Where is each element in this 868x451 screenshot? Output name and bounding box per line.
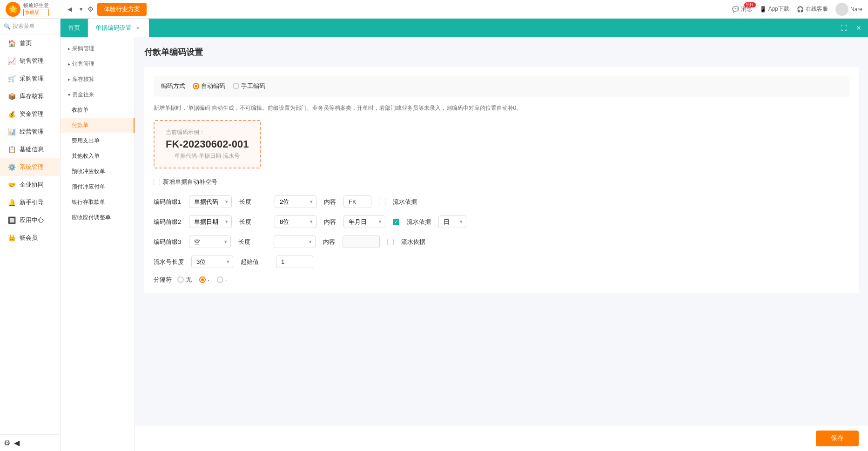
online-service-item[interactable]: 🎧 在线客服 <box>797 5 828 13</box>
user-info[interactable]: Nare <box>835 3 862 16</box>
sidebar-label: 资金管理 <box>20 110 44 118</box>
page-title: 付款单编码设置 <box>144 47 859 58</box>
sec-sidebar-item-费用支出单[interactable]: 费用支出单 <box>61 133 135 148</box>
sec-sidebar-item-预收冲应收单[interactable]: 预收冲应收单 <box>61 164 135 179</box>
sec-sidebar-item-付款单[interactable]: 付款单 <box>61 118 135 133</box>
sidebar-label: 应用中心 <box>20 216 44 224</box>
prefix-2-select-wrapper: 单据日期 <box>189 215 232 228</box>
manual-encode-radio[interactable] <box>233 83 239 89</box>
brand-logo: 🌟 <box>6 2 20 17</box>
sidebar-label: 经营管理 <box>20 128 44 136</box>
stream-2-checkbox[interactable]: ✓ <box>393 219 399 225</box>
nav-arrow-prev[interactable]: ◀ <box>65 5 74 14</box>
search-icon: 🔍 <box>4 23 11 30</box>
top-bar-left: 🌟 畅通好生意 旗舰版 ◀ ▾ ⚙ 体验行业方案 <box>6 1 728 18</box>
content-1-input[interactable] <box>343 195 371 208</box>
stream-3-checkbox[interactable] <box>387 239 394 245</box>
nav-arrow-next[interactable]: ▾ <box>76 5 86 14</box>
content-2-select-wrapper: 年月日 <box>343 215 385 228</box>
auto-encode-radio[interactable] <box>193 83 199 89</box>
sidebar-item-系统管理[interactable]: ⚙️系统管理 <box>0 158 60 176</box>
sec-group-title-库存核算[interactable]: ▸库存核算 <box>61 72 135 87</box>
start-value-input[interactable] <box>276 256 313 268</box>
sidebar-item-应用中心[interactable]: 🔲应用中心 <box>0 211 60 229</box>
prefix-1-select[interactable]: 单据代码 <box>189 195 232 208</box>
stream-unit-select[interactable]: 日 <box>438 215 466 228</box>
sec-sidebar-item-应收应付调整单[interactable]: 应收应付调整单 <box>61 210 135 225</box>
prefix-row-3: 编码前缀3 空 长度 <box>154 236 849 248</box>
settings-card: 编码方式 自动编码 手工编码 <box>144 67 859 293</box>
prefix-row-1: 编码前缀1 单据代码 长度 2位 <box>154 195 849 208</box>
auto-fill-checkbox[interactable] <box>154 179 160 185</box>
prefix-2-label: 编码前缀2 <box>154 218 182 226</box>
top-bar-right: 💬 消息 99+ 📱 App下载 🎧 在线客服 Nare <box>732 3 862 16</box>
sep-dot1-option[interactable]: · <box>199 276 209 283</box>
app-download-item[interactable]: 📱 App下载 <box>760 5 789 13</box>
main-content: 付款单编码设置 编码方式 自动编码 <box>135 37 868 425</box>
tab-close-icon[interactable]: ✕ <box>135 25 141 31</box>
promo-button[interactable]: 体验行业方案 <box>97 3 147 16</box>
sidebar-icon: 💰 <box>7 110 16 118</box>
gear-icon[interactable]: ⚙ <box>4 438 10 447</box>
sidebar-item-经营管理[interactable]: 📊经营管理 <box>0 123 60 141</box>
message-badge: 99+ <box>744 2 756 7</box>
sep-dot2-option[interactable]: · <box>217 276 227 283</box>
sep-none-radio[interactable] <box>177 276 184 283</box>
sec-group-title-销售管理[interactable]: ▸销售管理 <box>61 56 135 72</box>
sec-group-title-资金往来[interactable]: ▾资金往来 <box>61 87 135 102</box>
sidebar-item-首页[interactable]: 🏠首页 <box>0 34 60 52</box>
tab-首页[interactable]: 首页 <box>61 19 88 37</box>
sep-dot2-radio[interactable] <box>217 276 223 283</box>
sidebar-icon: 📈 <box>7 57 16 65</box>
stream-1-checkbox[interactable] <box>379 199 385 205</box>
brand-tag: 旗舰版 <box>23 9 49 16</box>
content-3-input[interactable] <box>343 236 380 248</box>
maximize-icon[interactable]: ⛶ <box>838 22 849 34</box>
sidebar-item-畅会员[interactable]: 👑畅会员 <box>0 229 60 247</box>
close-icon[interactable]: ✕ <box>853 22 864 34</box>
sidebar-label: 销售管理 <box>20 57 44 65</box>
sep-dot1-radio[interactable] <box>199 276 206 283</box>
length-3-select[interactable] <box>274 236 316 248</box>
prefix-2-select[interactable]: 单据日期 <box>189 215 232 228</box>
settings-icon[interactable]: ⚙ <box>87 5 94 13</box>
tab-bar: 首页单据编码设置✕ ⛶ ✕ <box>61 19 868 37</box>
collapse-icon[interactable]: ◀ <box>14 438 20 447</box>
sec-group-资金往来: ▾资金往来收款单付款单费用支出单其他收入单预收冲应收单预付冲应付单银行存取款单应… <box>61 87 135 225</box>
prefix-3-select[interactable]: 空 <box>189 236 231 248</box>
length-1-select[interactable]: 2位 <box>275 195 316 208</box>
sidebar-item-企业协同[interactable]: 🤝企业协同 <box>0 176 60 194</box>
tab-label: 单据编码设置 <box>95 24 132 32</box>
sidebar-bottom: ⚙ ◀ <box>0 434 60 451</box>
sec-sidebar-item-银行存取款单[interactable]: 银行存取款单 <box>61 195 135 210</box>
sec-sidebar-item-其他收入单[interactable]: 其他收入单 <box>61 148 135 164</box>
sidebar-item-基础信息[interactable]: 📋基础信息 <box>0 141 60 158</box>
content-2-select[interactable]: 年月日 <box>343 215 385 228</box>
auto-encode-option[interactable]: 自动编码 <box>193 82 225 90</box>
prefix-3-select-wrapper: 空 <box>189 236 231 248</box>
save-button[interactable]: 保存 <box>816 431 859 446</box>
sidebar-item-新手引导[interactable]: 🔔新手引导 <box>0 194 60 211</box>
sidebar-search[interactable]: 🔍 搜索菜单 <box>0 19 60 34</box>
message-icon: 💬 <box>732 6 739 13</box>
sidebar-item-销售管理[interactable]: 📈销售管理 <box>0 52 60 70</box>
manual-encode-option[interactable]: 手工编码 <box>233 82 265 90</box>
sec-sidebar-item-预付冲应付单[interactable]: 预付冲应付单 <box>61 179 135 195</box>
messages-item[interactable]: 💬 消息 99+ <box>732 5 752 13</box>
sec-group-title-采购管理[interactable]: ▸采购管理 <box>61 41 135 56</box>
serial-length-select[interactable]: 3位 <box>191 256 233 268</box>
sidebar-label: 系统管理 <box>20 163 44 171</box>
length-2-select[interactable]: 8位 <box>275 215 316 228</box>
separator-row: 分隔符 无 · <box>154 276 849 284</box>
sidebar-item-库存核算[interactable]: 📦库存核算 <box>0 88 60 105</box>
sidebar-item-资金管理[interactable]: 💰资金管理 <box>0 105 60 123</box>
stream-unit-select-wrapper: 日 <box>438 215 466 228</box>
sec-sidebar-item-收款单[interactable]: 收款单 <box>61 102 135 118</box>
tab-单据编码设置[interactable]: 单据编码设置✕ <box>88 19 149 37</box>
encoding-method-row: 编码方式 自动编码 手工编码 <box>154 76 849 96</box>
sep-none-option[interactable]: 无 <box>177 276 192 284</box>
sidebar-item-采购管理[interactable]: 🛒采购管理 <box>0 70 60 88</box>
main-layout: 🔍 搜索菜单 🏠首页📈销售管理🛒采购管理📦库存核算💰资金管理📊经营管理📋基础信息… <box>0 19 868 451</box>
content-3-label: 内容 <box>323 238 335 246</box>
top-bar-nav: ◀ ▾ ⚙ <box>65 5 94 14</box>
